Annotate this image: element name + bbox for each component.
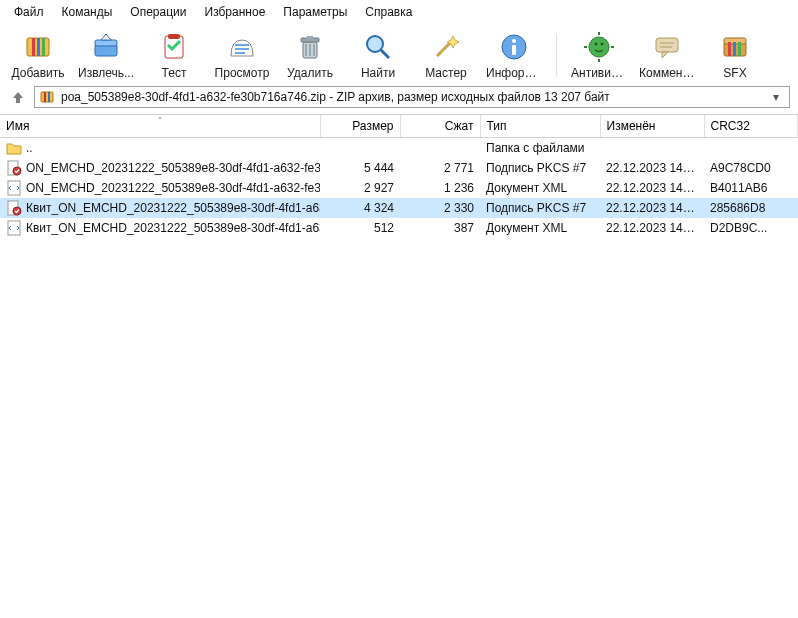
view-icon — [225, 30, 259, 64]
find-label: Найти — [350, 66, 406, 80]
archive-mini-icon — [39, 89, 55, 105]
antivirus-icon — [582, 30, 616, 64]
sfx-icon — [718, 30, 752, 64]
svg-rect-30 — [656, 38, 678, 52]
svg-rect-22 — [512, 45, 516, 55]
col-type[interactable]: Тип — [480, 115, 600, 138]
test-icon — [157, 30, 191, 64]
col-packed[interactable]: Сжат — [400, 115, 480, 138]
cell-size: 5 444 — [320, 158, 400, 178]
svg-point-25 — [601, 43, 604, 46]
comment-button[interactable]: Комментарий — [637, 28, 697, 82]
col-size[interactable]: Размер — [320, 115, 400, 138]
path-text: poa_505389e8-30df-4fd1-a632-fe30b716a746… — [61, 90, 767, 104]
add-button[interactable]: Добавить — [8, 28, 68, 82]
file-name: ON_EMCHD_20231222_505389e8-30df-4fd1-a63… — [26, 181, 320, 195]
info-icon — [497, 30, 531, 64]
cell-crc: B4011AB6 — [704, 178, 798, 198]
wizard-icon — [429, 30, 463, 64]
cell-packed: 1 236 — [400, 178, 480, 198]
cell-crc: A9C78CD0 — [704, 158, 798, 178]
test-button[interactable]: Тест — [144, 28, 204, 82]
svg-point-23 — [589, 37, 609, 57]
av-button[interactable]: Антивирус — [569, 28, 629, 82]
cell-crc: 285686D8 — [704, 198, 798, 218]
svg-rect-13 — [307, 36, 313, 39]
menu-item-1[interactable]: Команды — [54, 2, 121, 22]
svg-rect-3 — [42, 38, 45, 56]
path-bar: poa_505389e8-30df-4fd1-a632-fe30b716a746… — [0, 84, 798, 114]
cell-mod: 22.12.2023 14:12 — [600, 198, 704, 218]
menu-bar: ФайлКомандыОперацииИзбранноеПараметрыСпр… — [0, 0, 798, 24]
svg-rect-46 — [8, 221, 20, 235]
wizard-button[interactable]: Мастер — [416, 28, 476, 82]
cell-size: 4 324 — [320, 198, 400, 218]
delete-label: Удалить — [282, 66, 338, 80]
sfx-button[interactable]: SFX — [705, 28, 765, 82]
menu-item-3[interactable]: Избранное — [197, 2, 274, 22]
info-button[interactable]: Информация — [484, 28, 544, 82]
svg-rect-37 — [738, 42, 741, 56]
table-row[interactable]: ON_EMCHD_20231222_505389e8-30df-4fd1-a63… — [0, 178, 798, 198]
svg-point-21 — [512, 39, 516, 43]
extract-icon — [89, 30, 123, 64]
cell-size: 512 — [320, 218, 400, 238]
cell-type: Документ XML — [480, 178, 600, 198]
cell-size — [320, 138, 400, 159]
menu-item-4[interactable]: Параметры — [275, 2, 355, 22]
table-row[interactable]: Квит_ON_EMCHD_20231222_505389e8-30df-4fd… — [0, 198, 798, 218]
file-name: .. — [26, 141, 33, 155]
col-crc[interactable]: CRC32 — [704, 115, 798, 138]
table-header-row: Имя˄ Размер Сжат Тип Изменён CRC32 — [0, 115, 798, 138]
cell-packed: 2 330 — [400, 198, 480, 218]
cell-mod: 22.12.2023 14:12 — [600, 178, 704, 198]
menu-item-0[interactable]: Файл — [6, 2, 52, 22]
cell-type: Папка с файлами — [480, 138, 600, 159]
find-button[interactable]: Найти — [348, 28, 408, 82]
extract-button[interactable]: Извлечь... — [76, 28, 136, 82]
svg-rect-9 — [235, 48, 249, 50]
col-mod[interactable]: Изменён — [600, 115, 704, 138]
test-label: Тест — [146, 66, 202, 80]
file-table: Имя˄ Размер Сжат Тип Изменён CRC32 ..Пап… — [0, 115, 798, 238]
toolbar: ДобавитьИзвлечь...ТестПросмотрУдалитьНай… — [0, 24, 798, 84]
svg-rect-1 — [32, 38, 35, 56]
path-dropdown[interactable]: poa_505389e8-30df-4fd1-a632-fe30b716a746… — [34, 86, 790, 108]
cell-packed: 387 — [400, 218, 480, 238]
sfx-label: SFX — [707, 66, 763, 80]
arrow-up-icon — [11, 90, 25, 104]
table-row[interactable]: ..Папка с файлами — [0, 138, 798, 159]
col-name[interactable]: Имя˄ — [0, 115, 320, 138]
xml-icon — [6, 220, 22, 236]
table-row[interactable]: ON_EMCHD_20231222_505389e8-30df-4fd1-a63… — [0, 158, 798, 178]
svg-rect-43 — [8, 181, 20, 195]
col-name-label: Имя — [6, 119, 29, 133]
svg-rect-7 — [168, 34, 180, 39]
menu-item-2[interactable]: Операции — [122, 2, 194, 22]
cell-crc — [704, 138, 798, 159]
view-label: Просмотр — [214, 66, 270, 80]
file-name: Квит_ON_EMCHD_20231222_505389e8-30df-4fd… — [26, 201, 320, 215]
folder-icon — [6, 140, 22, 156]
svg-point-17 — [367, 36, 383, 52]
find-icon — [361, 30, 395, 64]
menu-item-5[interactable]: Справка — [357, 2, 420, 22]
svg-rect-35 — [728, 42, 731, 56]
table-row[interactable]: Квит_ON_EMCHD_20231222_505389e8-30df-4fd… — [0, 218, 798, 238]
delete-button[interactable]: Удалить — [280, 28, 340, 82]
svg-rect-40 — [48, 92, 50, 102]
comment-label: Комментарий — [639, 66, 695, 80]
file-name: ON_EMCHD_20231222_505389e8-30df-4fd1-a63… — [26, 161, 320, 175]
svg-rect-38 — [41, 92, 53, 102]
svg-rect-10 — [235, 52, 245, 54]
add-label: Добавить — [10, 66, 66, 80]
cell-packed: 2 771 — [400, 158, 480, 178]
file-list[interactable]: Имя˄ Размер Сжат Тип Изменён CRC32 ..Пап… — [0, 114, 798, 618]
sig-icon — [6, 200, 22, 216]
chevron-down-icon: ▾ — [767, 90, 785, 104]
sig-icon — [6, 160, 22, 176]
cell-type: Документ XML — [480, 218, 600, 238]
view-button[interactable]: Просмотр — [212, 28, 272, 82]
add-icon — [21, 30, 55, 64]
up-button[interactable] — [8, 87, 28, 107]
